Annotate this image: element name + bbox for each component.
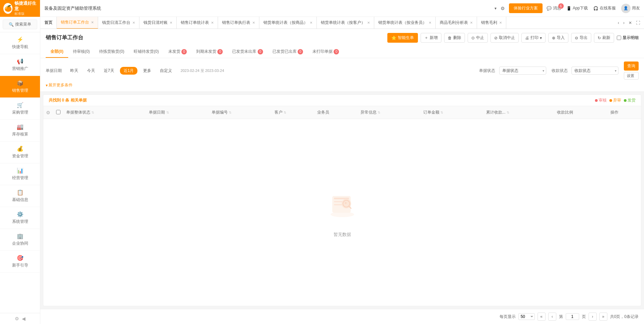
sub-tab-shipped-not-out[interactable]: 已发货未出库 0 [227, 46, 267, 58]
show-detail-label[interactable]: 显示明细 [617, 35, 639, 41]
date-btn-1month[interactable]: 近1月 [120, 67, 138, 75]
sidebar-search-button[interactable]: 🔍 搜索菜单 [3, 19, 37, 29]
sidebar-item-marketing[interactable]: 📢 营销推广 [0, 54, 40, 76]
date-btn-custom[interactable]: 自定义 [157, 67, 175, 75]
tabs-close-all-icon[interactable]: ✕ [627, 20, 633, 26]
status-filter-select[interactable]: 单据状态 [499, 67, 546, 75]
show-detail-checkbox[interactable] [617, 36, 621, 40]
tab-gross-margin[interactable]: 商品毛利分析表 ✕ [436, 17, 477, 29]
cancel-pause-button[interactable]: ⊘ 取消中止 [490, 33, 519, 43]
col-status-sort[interactable]: ⇅ [91, 111, 94, 114]
sub-tab-pending-inspect[interactable]: 待拣货验货(0) [94, 46, 129, 58]
sidebar-settings-icon[interactable]: ⚙ [15, 316, 19, 321]
tab-sales-profit[interactable]: 销售毛利 ✕ [477, 17, 506, 29]
col-abnormal-sort[interactable]: ⇅ [378, 111, 380, 114]
tab-sales-stats-close[interactable]: ✕ [211, 21, 214, 25]
col-collected-sort[interactable]: ⇅ [507, 111, 509, 114]
tab-cash-daily[interactable]: 钱货日清工作台 ✕ [98, 17, 139, 29]
tab-home[interactable]: 首页 [40, 17, 57, 29]
pagination-first-btn[interactable]: « [538, 313, 546, 321]
page-input[interactable] [566, 313, 579, 320]
expand-more-button[interactable]: ▾ 展开更多条件 [46, 82, 73, 88]
tab-sales-summary-staff[interactable]: 销货单统计表（按业务员） ✕ [374, 17, 436, 29]
tab-sales-exec-close[interactable]: ✕ [252, 21, 255, 25]
sub-tab-shipped-out[interactable]: 已发货已出库 0 [268, 46, 308, 58]
pagination-prev-btn[interactable]: ‹ [548, 313, 556, 321]
date-btn-yesterday[interactable]: 昨天 [67, 67, 81, 75]
query-button[interactable]: 查询 [624, 62, 639, 71]
tab-gross-margin-close[interactable]: ✕ [470, 21, 473, 25]
date-btn-more[interactable]: 更多 [140, 67, 154, 75]
tabs-next-icon[interactable]: › [622, 20, 626, 26]
sidebar-item-quick-nav[interactable]: ⚡ 快捷导航 [0, 32, 40, 54]
tab-sales-workbench-close[interactable]: ✕ [91, 21, 94, 24]
tab-sales-stats[interactable]: 销售订单统计表 ✕ [177, 17, 218, 29]
topbar-settings-icon[interactable]: ⚙ [501, 6, 505, 11]
topbar-user[interactable]: 👤 用友 [621, 4, 640, 13]
tabs-prev-icon[interactable]: ‹ [616, 20, 620, 26]
tab-cash-daily-close[interactable]: ✕ [132, 21, 135, 25]
date-btn-today[interactable]: 今天 [84, 67, 98, 75]
app-download-label: App下载 [573, 5, 588, 11]
sidebar-item-finance[interactable]: 💰 资金管理 [0, 141, 40, 163]
count-suffix: 相关单据 [71, 98, 87, 103]
topbar-message[interactable]: 💬 消息 6 [547, 5, 561, 11]
column-settings-icon[interactable]: ⚙ [46, 110, 50, 115]
tab-sales-summary-customer[interactable]: 销货单统计表（按客户） ✕ [317, 17, 374, 29]
pagination-last-btn[interactable]: » [599, 313, 607, 321]
topbar-dropdown-icon[interactable]: ▾ [495, 6, 497, 11]
sidebar-item-inventory[interactable]: 🏭 库存核算 [0, 120, 40, 141]
print-button[interactable]: 🖨 打印 ▾ [521, 33, 546, 43]
sidebar-item-purchase[interactable]: 🛒 采购管理 [0, 98, 40, 120]
filter-settings-button[interactable]: 设置 [624, 72, 639, 80]
tab-sales-summary-staff-close[interactable]: ✕ [429, 21, 431, 25]
import-button[interactable]: ⊕ 导入 [548, 33, 568, 43]
topbar-online-service[interactable]: 🎧 在线客服 [593, 5, 616, 11]
tab-sales-exec[interactable]: 销售订单执行表 ✕ [218, 17, 259, 29]
tab-cash-reconcile-close[interactable]: ✕ [170, 21, 172, 25]
sub-tab-wangpu-ship[interactable]: 旺铺待发货(0) [129, 46, 164, 58]
col-date-sort[interactable]: ⇅ [166, 111, 169, 114]
delete-button[interactable]: 🗑 删除 [444, 33, 465, 43]
col-amount-sort[interactable]: ⇅ [440, 111, 443, 114]
sidebar-collapse-icon[interactable]: ◀ [22, 316, 26, 321]
payment-filter-select[interactable]: 收款状态 [571, 67, 618, 75]
sidebar-item-enterprise[interactable]: 🏢 企业协同 [0, 229, 40, 251]
sub-tab-pending-review[interactable]: 待审核(0) [68, 46, 95, 58]
tab-sales-summary-product-close[interactable]: ✕ [310, 21, 312, 25]
sidebar-item-system[interactable]: ⚙️ 系统管理 [0, 207, 40, 229]
sub-tab-not-printed[interactable]: 未打印单据 0 [308, 46, 344, 58]
tab-sales-profit-close[interactable]: ✕ [499, 21, 502, 25]
col-number-sort[interactable]: ⇅ [229, 111, 231, 114]
sub-tab-not-shipped[interactable]: 未发货 0 [164, 46, 191, 58]
tab-sales-summary-product[interactable]: 销货单统计表（按商品） ✕ [259, 17, 317, 29]
per-page-select[interactable]: 10 20 50 100 [518, 313, 535, 320]
select-all-checkbox[interactable] [56, 110, 60, 114]
sidebar-item-basic-info[interactable]: 📋 基础信息 [0, 185, 40, 207]
tab-sales-summary-customer-close[interactable]: ✕ [367, 21, 370, 25]
ship-btn[interactable]: 发货 [624, 97, 636, 103]
sidebar-item-sales[interactable]: 📦 销售管理 [0, 76, 40, 98]
review-btn[interactable]: 审核 [595, 97, 607, 103]
industry-solution-button[interactable]: 体验行业方案 [509, 3, 543, 13]
count-unit: 条 [65, 98, 69, 103]
col-customer-sort[interactable]: ⇅ [284, 111, 286, 114]
date-filter-label: 单据日期 [46, 68, 62, 74]
tabs-fullscreen-icon[interactable]: ⛶ [635, 20, 641, 26]
topbar-app-download[interactable]: 📱 App下载 [566, 5, 588, 11]
pagination-next-btn[interactable]: › [589, 313, 597, 321]
tab-cash-reconcile[interactable]: 钱货日清对账 ✕ [139, 17, 177, 29]
sub-tab-all[interactable]: 全部(0) [46, 46, 68, 58]
sidebar-item-operations[interactable]: 📊 经营管理 [0, 163, 40, 185]
tab-sales-workbench[interactable]: 销售订单工作台 ✕ [57, 17, 98, 29]
sub-tab-expired-not-shipped[interactable]: 到期未发货 0 [191, 46, 227, 58]
pause-button[interactable]: ⊙ 中止 [468, 33, 488, 43]
export-button[interactable]: ⊖ 导出 [571, 33, 591, 43]
smart-icon: ⭐ [391, 36, 396, 40]
date-btn-7days[interactable]: 近7天 [101, 67, 117, 75]
cancel-review-btn[interactable]: 弃审 [609, 97, 621, 103]
sidebar-item-guide[interactable]: 🎯 新手引导 [0, 251, 40, 273]
new-button[interactable]: ＋ 新增 [421, 33, 441, 43]
refresh-button[interactable]: ↻ 刷新 [594, 33, 614, 43]
smart-generate-button[interactable]: ⭐ 智能生单 [387, 33, 418, 43]
